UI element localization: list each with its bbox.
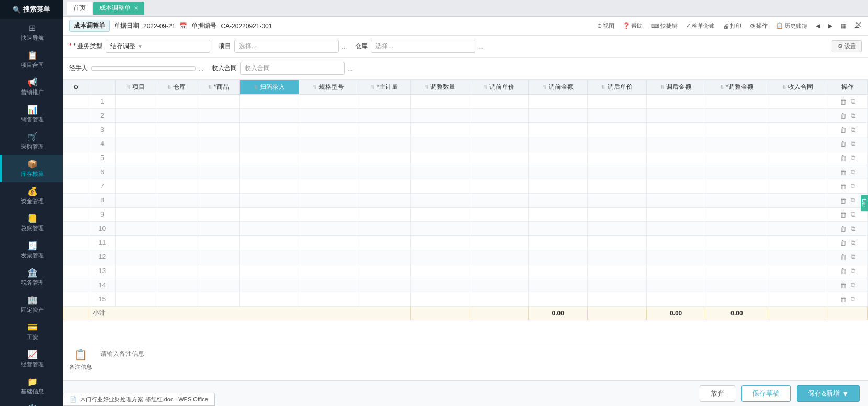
cell-r5-c7[interactable]: [470, 151, 529, 165]
cell-r13-c12[interactable]: [768, 264, 827, 278]
cell-r7-c11[interactable]: [705, 179, 768, 194]
cell-r2-c12[interactable]: [768, 109, 827, 123]
col-adjust-qty[interactable]: ⇅ 调整数量: [410, 80, 470, 95]
cell-r5-c12[interactable]: [768, 151, 827, 165]
copy-row-btn[interactable]: ⧉: [850, 111, 856, 120]
cell-r14-c11[interactable]: [705, 278, 768, 292]
save-new-button[interactable]: 保存&新增 ▼: [797, 385, 860, 402]
col-income-contract[interactable]: ⇅ 收入合同: [768, 80, 827, 95]
col-adjust-amount[interactable]: ⇅ *调整金额: [705, 80, 768, 95]
copy-row-btn[interactable]: ⧉: [850, 280, 856, 290]
cell-r11-c0[interactable]: [116, 236, 156, 250]
cell-r14-c12[interactable]: [768, 278, 827, 292]
project-input[interactable]: 选择...: [234, 40, 339, 53]
delete-row-btn[interactable]: 🗑: [839, 111, 848, 120]
cell-r2-c6[interactable]: [410, 109, 470, 123]
cell-r15-c2[interactable]: [197, 292, 240, 307]
cell-r14-c5[interactable]: [358, 278, 410, 292]
cell-r3-c8[interactable]: [529, 123, 588, 137]
history-btn[interactable]: 📋 历史账簿: [774, 21, 809, 31]
cell-r1-c5[interactable]: [358, 95, 410, 109]
cell-r4-c7[interactable]: [470, 137, 529, 151]
cell-r2-c10[interactable]: [646, 109, 705, 123]
cell-r14-c0[interactable]: [116, 278, 156, 292]
cell-r1-c4[interactable]: [299, 95, 358, 109]
cell-r11-c6[interactable]: [410, 236, 470, 250]
cell-r12-c6[interactable]: [410, 250, 470, 264]
cell-r3-c6[interactable]: [410, 123, 470, 137]
operation-btn[interactable]: ⚙ 操作: [748, 21, 770, 31]
handler-more-btn[interactable]: ...: [199, 65, 203, 72]
col-warehouse[interactable]: ⇅ 仓库: [156, 80, 197, 95]
delete-row-btn[interactable]: 🗑: [839, 210, 848, 219]
cell-r1-c12[interactable]: [768, 95, 827, 109]
cell-r4-c11[interactable]: [705, 137, 768, 151]
copy-row-btn[interactable]: ⧉: [850, 167, 856, 177]
cell-r2-c4[interactable]: [299, 109, 358, 123]
cell-r3-c9[interactable]: [588, 123, 647, 137]
cell-r2-c3[interactable]: [240, 109, 299, 123]
cell-r13-c4[interactable]: [299, 264, 358, 278]
cell-r9-c0[interactable]: [116, 208, 156, 222]
right-edge-bar[interactable]: Ear: [861, 195, 868, 211]
cell-r4-c1[interactable]: [156, 137, 197, 151]
cell-r8-c3[interactable]: [240, 194, 299, 208]
shortcut-btn[interactable]: ⌨ 快捷键: [649, 21, 680, 31]
cell-r4-c10[interactable]: [646, 137, 705, 151]
cell-r1-c6[interactable]: [410, 95, 470, 109]
cell-r3-c0[interactable]: [116, 123, 156, 137]
sidebar-item-tax-mgmt[interactable]: 🏦税务管理: [0, 264, 63, 291]
cell-r8-c4[interactable]: [299, 194, 358, 208]
cell-r4-c8[interactable]: [529, 137, 588, 151]
cell-r6-c2[interactable]: [197, 165, 240, 179]
cell-r6-c6[interactable]: [410, 165, 470, 179]
delete-row-btn[interactable]: 🗑: [839, 168, 848, 177]
col-project[interactable]: ⇅ 项目: [116, 80, 156, 95]
cell-r15-c5[interactable]: [358, 292, 410, 307]
copy-row-btn[interactable]: ⧉: [850, 139, 856, 149]
cell-r1-c7[interactable]: [470, 95, 529, 109]
cell-r3-c7[interactable]: [470, 123, 529, 137]
nav-next-btn[interactable]: ▶: [826, 21, 835, 30]
copy-row-btn[interactable]: ⧉: [850, 224, 856, 233]
save-draft-button[interactable]: 保存草稿: [741, 385, 791, 402]
view-btn[interactable]: ⊙ 视图: [595, 21, 616, 31]
cell-r6-c8[interactable]: [529, 165, 588, 179]
copy-row-btn[interactable]: ⧉: [850, 266, 856, 276]
cell-r15-c0[interactable]: [116, 292, 156, 307]
cell-r1-c11[interactable]: [705, 95, 768, 109]
copy-row-btn[interactable]: ⧉: [850, 182, 856, 191]
copy-row-btn[interactable]: ⧉: [850, 196, 856, 205]
cell-r12-c0[interactable]: [116, 250, 156, 264]
cell-r6-c10[interactable]: [646, 165, 705, 179]
cell-r1-c2[interactable]: [197, 95, 240, 109]
cell-r15-c4[interactable]: [299, 292, 358, 307]
cell-r8-c0[interactable]: [116, 194, 156, 208]
help-btn[interactable]: ❓ 帮助: [621, 21, 645, 31]
cell-r11-c3[interactable]: [240, 236, 299, 250]
cell-r14-c7[interactable]: [470, 278, 529, 292]
cell-r6-c12[interactable]: [768, 165, 827, 179]
col-scan[interactable]: ⇅ 扫码录入: [240, 80, 299, 95]
cell-r8-c5[interactable]: [358, 194, 410, 208]
cell-r9-c2[interactable]: [197, 208, 240, 222]
cell-r2-c9[interactable]: [588, 109, 647, 123]
project-more-btn[interactable]: ...: [342, 43, 347, 50]
cell-r13-c10[interactable]: [646, 264, 705, 278]
cell-r14-c4[interactable]: [299, 278, 358, 292]
cell-r6-c9[interactable]: [588, 165, 647, 179]
cell-r8-c1[interactable]: [156, 194, 197, 208]
cell-r5-c4[interactable]: [299, 151, 358, 165]
tab-cost-adjust[interactable]: 成本调整单 ✕: [93, 2, 144, 15]
cell-r1-c3[interactable]: [240, 95, 299, 109]
sidebar-item-sales-promo[interactable]: 📢营销推广: [0, 73, 63, 100]
cell-r9-c12[interactable]: [768, 208, 827, 222]
col-unit[interactable]: ⇅ *主计量: [358, 80, 410, 95]
cell-r3-c12[interactable]: [768, 123, 827, 137]
cell-r7-c10[interactable]: [646, 179, 705, 194]
cell-r6-c7[interactable]: [470, 165, 529, 179]
cell-r9-c11[interactable]: [705, 208, 768, 222]
cell-r13-c0[interactable]: [116, 264, 156, 278]
sidebar-item-payroll[interactable]: 💳工资: [0, 318, 63, 345]
warehouse-more-btn[interactable]: ...: [478, 43, 483, 50]
